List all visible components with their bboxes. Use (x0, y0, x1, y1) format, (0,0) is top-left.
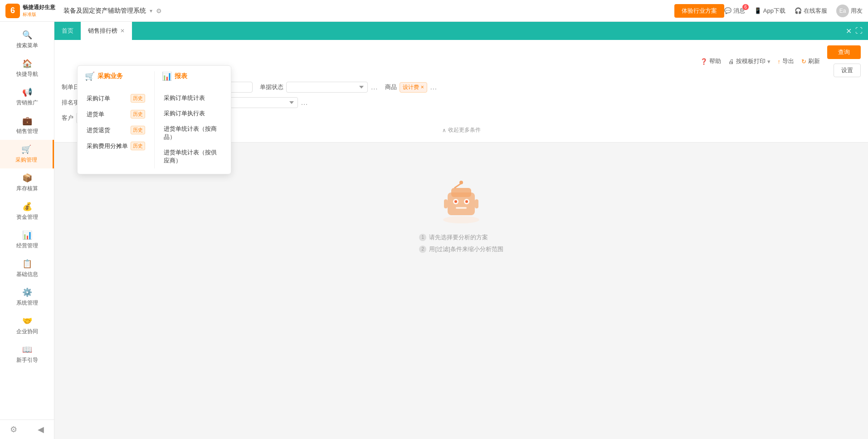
tab-bar-spacer (132, 22, 846, 40)
svg-point-0 (443, 216, 479, 223)
operations-icon: 📊 (22, 230, 32, 240)
dropdown-item-po-exec[interactable]: 采购订单执行表 (162, 106, 224, 121)
tab-fullscreen-icon[interactable]: ⛶ (855, 27, 863, 35)
trial-button[interactable]: 体验行业方案 (674, 4, 724, 18)
dropdown-item-expense[interactable]: 采购费用分摊单 历史 (85, 138, 147, 154)
product-dots[interactable]: … (430, 83, 437, 91)
sidebar-item-system[interactable]: ⚙️ 系统管理 (0, 283, 54, 311)
svg-point-6 (465, 200, 468, 203)
purchase-header-icon: 🛒 (85, 71, 95, 81)
sidebar-item-sales[interactable]: 💼 销售管理 (0, 111, 54, 140)
print-arrow[interactable]: ▾ (767, 58, 770, 65)
basic-info-icon: 📋 (22, 259, 32, 269)
tab-home-label: 首页 (62, 27, 73, 35)
collapse-sidebar-icon[interactable]: ◀ (38, 424, 44, 434)
dropdown-item-po[interactable]: 采购订单 历史 (85, 90, 147, 106)
dropdown-item-receipt-by-supplier[interactable]: 进货单统计表（按供应商） (162, 145, 224, 168)
svg-rect-9 (475, 199, 478, 208)
svg-rect-2 (451, 188, 471, 197)
sidebar-item-purchase[interactable]: 🛒 采购管理 (0, 140, 54, 168)
tab-home[interactable]: 首页 (54, 22, 81, 40)
collapse-label: 收起更多条件 (448, 126, 481, 134)
settings-button[interactable]: 设置 (834, 64, 861, 77)
dropdown-menu: 🛒 采购业务 采购订单 历史 进货单 历史 进货退货 (77, 65, 231, 174)
sidebar-item-marketing[interactable]: 📢 营销推广 (0, 83, 54, 111)
empty-tip-2: 2 用[过滤]条件来缩小分析范围 (419, 243, 503, 255)
customer-label: 客户 (62, 114, 73, 122)
dropdown-col2-header: 📊 报表 (162, 71, 224, 85)
tab-sales-ranking[interactable]: 销售排行榜 ✕ (81, 22, 132, 40)
dropdown-col-purchase: 🛒 采购业务 采购订单 历史 进货单 历史 进货退货 (78, 71, 155, 168)
doc-status-filter: 单据状态 … (260, 82, 378, 93)
svg-rect-7 (456, 207, 467, 209)
empty-tips: 1 请先选择要分析的方案 2 用[过滤]条件来缩小分析范围 (419, 232, 503, 255)
dropdown-cols: 🛒 采购业务 采购订单 历史 进货单 历史 进货退货 (78, 71, 231, 168)
help-action[interactable]: ❓ 帮助 (700, 57, 721, 65)
user-item[interactable]: Ea 用友 (836, 5, 863, 17)
empty-illustration (434, 179, 488, 224)
main-layout: 🔍 搜索菜单 🏠 快捷导航 📢 营销推广 💼 销售管理 🛒 采购管理 📦 库存核… (0, 22, 868, 439)
content-area: 首页 销售排行榜 ✕ ✕ ⛶ ❓ 帮助 (54, 22, 868, 439)
svg-line-10 (454, 183, 461, 188)
empty-tip-1: 1 请先选择要分析的方案 (419, 232, 503, 243)
dropdown-item-receipt[interactable]: 进货单 历史 (85, 106, 147, 122)
online-service-item[interactable]: 🎧 在线客服 (795, 7, 827, 15)
enterprise-icon: 🤝 (22, 316, 32, 326)
tab-bar-actions: ✕ ⛶ (846, 22, 868, 40)
doc-status-select[interactable] (286, 82, 368, 93)
sidebar-label-guide: 新手引导 (16, 356, 38, 364)
topbar-right: 💬 6 消息 📱 App下载 🎧 在线客服 Ea 用友 (724, 5, 863, 17)
help-icon: ❓ (700, 58, 707, 65)
salesperson-dots[interactable]: … (301, 99, 308, 107)
avatar: Ea (836, 5, 849, 17)
purchase-icon: 🛒 (21, 144, 31, 154)
sidebar-label-inventory: 库存核算 (16, 185, 38, 192)
sidebar-label-finance: 资金管理 (16, 213, 38, 221)
sidebar-label-operations: 经营管理 (16, 242, 38, 250)
report-header-icon: 📊 (162, 71, 172, 81)
guide-icon: 📖 (22, 345, 32, 355)
sidebar-item-enterprise[interactable]: 🤝 企业协同 (0, 311, 54, 340)
sidebar-item-search[interactable]: 🔍 搜索菜单 (0, 25, 54, 54)
system-title-text: 装备及固定资产辅助管理系统 (63, 7, 146, 15)
sidebar-label-purchase: 采购管理 (15, 156, 37, 164)
system-title-arrow[interactable]: ▾ (150, 8, 152, 14)
settings-bottom-icon[interactable]: ⚙ (10, 424, 17, 434)
svg-rect-8 (444, 199, 448, 208)
help-label: 帮助 (709, 57, 721, 65)
sidebar-item-operations[interactable]: 📊 经营管理 (0, 226, 54, 254)
finance-icon: 💰 (22, 202, 32, 212)
sidebar-label-marketing: 营销推广 (16, 99, 38, 107)
sidebar-bottom: ⚙ ◀ (0, 419, 54, 439)
notification-item[interactable]: 💬 6 消息 (724, 7, 745, 15)
sidebar-label-system: 系统管理 (16, 299, 38, 307)
dropdown-item-return[interactable]: 进货退货 历史 (85, 122, 147, 138)
system-settings-icon[interactable]: ⚙ (156, 7, 162, 15)
doc-status-dots[interactable]: … (371, 83, 378, 91)
topbar: 6 畅捷通好生意 标准版 装备及固定资产辅助管理系统 ▾ ⚙ 体验行业方案 💬 … (0, 0, 868, 22)
tab-close-window-icon[interactable]: ✕ (846, 27, 852, 35)
empty-svg (434, 179, 488, 224)
product-filter: 商品 设计费 × … (385, 82, 437, 93)
sidebar-label-basic-info: 基础信息 (16, 271, 38, 278)
sidebar-item-guide[interactable]: 📖 新手引导 (0, 340, 54, 369)
system-icon: ⚙️ (22, 287, 32, 297)
sidebar-item-finance[interactable]: 💰 资金管理 (0, 197, 54, 226)
sidebar-item-basic-info[interactable]: 📋 基础信息 (0, 254, 54, 283)
dropdown-item-po-stat[interactable]: 采购订单统计表 (162, 90, 224, 106)
print-icon: 🖨 (728, 58, 734, 65)
dropdown-item-receipt-by-product[interactable]: 进货单统计表（按商品） (162, 121, 224, 145)
print-action[interactable]: 🖨 按模板打印 ▾ (728, 57, 770, 65)
sidebar: 🔍 搜索菜单 🏠 快捷导航 📢 营销推广 💼 销售管理 🛒 采购管理 📦 库存核… (0, 22, 54, 439)
app-download-item[interactable]: 📱 App下载 (754, 7, 785, 15)
tab-close-icon[interactable]: ✕ (120, 28, 125, 34)
export-action[interactable]: ↑ 导出 (778, 57, 795, 65)
query-button[interactable]: 查询 (827, 45, 861, 59)
refresh-action[interactable]: ↻ 刷新 (801, 57, 820, 65)
sidebar-item-quick-nav[interactable]: 🏠 快捷导航 (0, 54, 54, 83)
product-tag: 设计费 × (400, 82, 427, 93)
logo-area: 6 畅捷通好生意 标准版 (5, 4, 60, 18)
home-icon: 🏠 (22, 59, 32, 69)
refresh-label: 刷新 (808, 57, 820, 65)
sidebar-item-inventory[interactable]: 📦 库存核算 (0, 168, 54, 197)
